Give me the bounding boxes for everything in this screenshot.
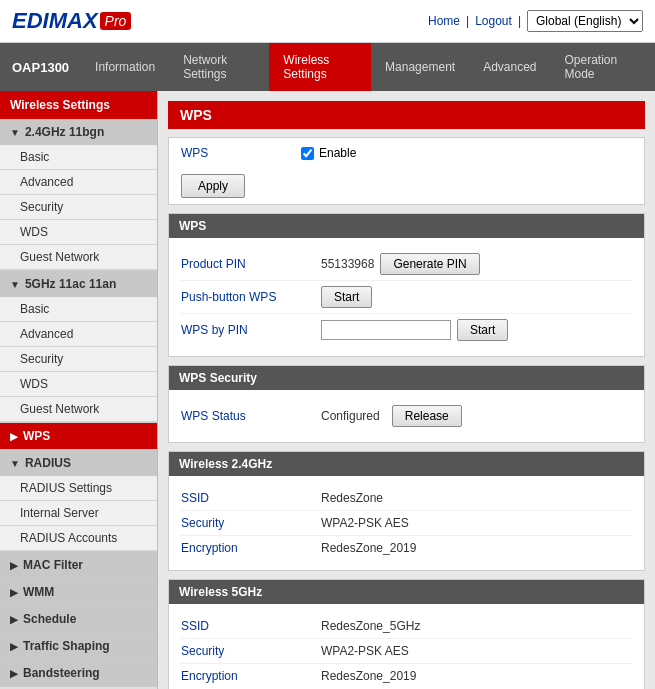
- push-button-wps-start-button[interactable]: Start: [321, 286, 372, 308]
- nav-operation-mode[interactable]: Operation Mode: [551, 43, 647, 91]
- home-link[interactable]: Home: [428, 14, 460, 28]
- sidebar-group-bandsteering: ▶Bandsteering: [0, 660, 157, 687]
- sidebar-group-wmm: ▶WMM: [0, 579, 157, 606]
- header-right: Home | Logout | Global (English): [428, 10, 643, 32]
- page-title: WPS: [168, 101, 645, 129]
- product-pin-row: Product PIN 55133968 Generate PIN: [181, 248, 632, 281]
- apply-button[interactable]: Apply: [181, 174, 245, 198]
- sidebar-item-traffic-shaping[interactable]: ▶Traffic Shaping: [0, 633, 157, 659]
- wireless-5-ssid-value: RedesZone_5GHz: [321, 619, 632, 633]
- sidebar-group-5ghz: ▼5GHz 11ac 11an Basic Advanced Security …: [0, 271, 157, 423]
- wps-pin-section-header: WPS: [169, 214, 644, 238]
- sidebar-group-radius: ▼RADIUS RADIUS Settings Internal Server …: [0, 450, 157, 552]
- logo: EDIMAXPro: [12, 8, 131, 34]
- wireless-5-ssid-label: SSID: [181, 619, 321, 633]
- wireless-5-ssid-row: SSID RedesZone_5GHz: [181, 614, 632, 639]
- wireless-24-security-value: WPA2-PSK AES: [321, 516, 632, 530]
- logout-link[interactable]: Logout: [475, 14, 512, 28]
- sidebar-title: Wireless Settings: [0, 91, 157, 119]
- wireless-5-security-value: WPA2-PSK AES: [321, 644, 632, 658]
- language-select[interactable]: Global (English): [527, 10, 643, 32]
- wireless-24-ssid-row: SSID RedesZone: [181, 486, 632, 511]
- sidebar-item-5-wds[interactable]: WDS: [0, 372, 157, 397]
- generate-pin-button[interactable]: Generate PIN: [380, 253, 479, 275]
- wireless-24-encryption-label: Encryption: [181, 541, 321, 555]
- wireless-5-encryption-label: Encryption: [181, 669, 321, 683]
- wps-enable-label: WPS: [181, 146, 301, 160]
- sidebar: Wireless Settings ▼2.4GHz 11bgn Basic Ad…: [0, 91, 158, 689]
- sidebar-item-5-security[interactable]: Security: [0, 347, 157, 372]
- wireless-24-security-row: Security WPA2-PSK AES: [181, 511, 632, 536]
- wps-status-label: WPS Status: [181, 409, 321, 423]
- wps-status-control: Configured Release: [321, 405, 462, 427]
- sidebar-group-header-radius[interactable]: ▼RADIUS: [0, 450, 157, 476]
- sidebar-group-24ghz: ▼2.4GHz 11bgn Basic Advanced Security WD…: [0, 119, 157, 271]
- wps-enable-row: WPS Enable: [169, 138, 644, 168]
- wps-enable-section: WPS Enable Apply: [168, 137, 645, 205]
- release-button[interactable]: Release: [392, 405, 462, 427]
- wps-security-section: WPS Security WPS Status Configured Relea…: [168, 365, 645, 443]
- sidebar-item-24-guest-network[interactable]: Guest Network: [0, 245, 157, 270]
- wireless-24-section: Wireless 2.4GHz SSID RedesZone Security …: [168, 451, 645, 571]
- sidebar-item-24-security[interactable]: Security: [0, 195, 157, 220]
- wireless-5-section: Wireless 5GHz SSID RedesZone_5GHz Securi…: [168, 579, 645, 689]
- wps-enable-checkbox-label: Enable: [319, 146, 356, 160]
- wireless-24-ssid-value: RedesZone: [321, 491, 632, 505]
- nav-information[interactable]: Information: [81, 50, 169, 84]
- sidebar-item-schedule[interactable]: ▶Schedule: [0, 606, 157, 632]
- wps-by-pin-input[interactable]: [321, 320, 451, 340]
- sidebar-group-traffic: ▶Traffic Shaping: [0, 633, 157, 660]
- wps-by-pin-row: WPS by PIN Start: [181, 314, 632, 346]
- wireless-24-encryption-row: Encryption RedesZone_2019: [181, 536, 632, 560]
- wps-security-section-header: WPS Security: [169, 366, 644, 390]
- sidebar-group-schedule: ▶Schedule: [0, 606, 157, 633]
- wireless-5-encryption-row: Encryption RedesZone_2019: [181, 664, 632, 688]
- wireless-24-encryption-value: RedesZone_2019: [321, 541, 632, 555]
- header: EDIMAXPro Home | Logout | Global (Englis…: [0, 0, 655, 43]
- nav-management[interactable]: Management: [371, 50, 469, 84]
- wps-enable-checkbox[interactable]: [301, 147, 314, 160]
- wireless-5-security-label: Security: [181, 644, 321, 658]
- sidebar-item-bandsteering[interactable]: ▶Bandsteering: [0, 660, 157, 686]
- sidebar-item-internal-server[interactable]: Internal Server: [0, 501, 157, 526]
- main-layout: Wireless Settings ▼2.4GHz 11bgn Basic Ad…: [0, 91, 655, 689]
- wps-by-pin-start-button[interactable]: Start: [457, 319, 508, 341]
- wps-status-row: WPS Status Configured Release: [181, 400, 632, 432]
- sidebar-item-radius-settings[interactable]: RADIUS Settings: [0, 476, 157, 501]
- nav-wireless-settings[interactable]: Wireless Settings: [269, 43, 371, 91]
- wps-by-pin-control: Start: [321, 319, 508, 341]
- wireless-24-security-label: Security: [181, 516, 321, 530]
- sidebar-group-wps: ▶WPS: [0, 423, 157, 450]
- push-button-wps-row: Push-button WPS Start: [181, 281, 632, 314]
- nav-network-settings[interactable]: Network Settings: [169, 43, 269, 91]
- sidebar-item-wps[interactable]: ▶WPS: [0, 423, 157, 449]
- wireless-24-section-header: Wireless 2.4GHz: [169, 452, 644, 476]
- sidebar-item-radius-accounts[interactable]: RADIUS Accounts: [0, 526, 157, 551]
- sidebar-item-24-basic[interactable]: Basic: [0, 145, 157, 170]
- sidebar-group-header-24ghz[interactable]: ▼2.4GHz 11bgn: [0, 119, 157, 145]
- product-pin-label: Product PIN: [181, 257, 321, 271]
- product-pin-value: 55133968: [321, 257, 374, 271]
- push-button-wps-control: Start: [321, 286, 372, 308]
- sidebar-item-5-advanced[interactable]: Advanced: [0, 322, 157, 347]
- sidebar-group-header-5ghz[interactable]: ▼5GHz 11ac 11an: [0, 271, 157, 297]
- wps-enable-control: Enable: [301, 146, 356, 160]
- wireless-24-ssid-label: SSID: [181, 491, 321, 505]
- sidebar-item-24-wds[interactable]: WDS: [0, 220, 157, 245]
- wps-pin-section-body: Product PIN 55133968 Generate PIN Push-b…: [169, 238, 644, 356]
- wps-status-value: Configured: [321, 409, 380, 423]
- sidebar-item-wmm[interactable]: ▶WMM: [0, 579, 157, 605]
- wireless-24-section-body: SSID RedesZone Security WPA2-PSK AES Enc…: [169, 476, 644, 570]
- sidebar-item-mac-filter[interactable]: ▶MAC Filter: [0, 552, 157, 578]
- sidebar-item-24-advanced[interactable]: Advanced: [0, 170, 157, 195]
- wireless-5-section-header: Wireless 5GHz: [169, 580, 644, 604]
- logo-pro: Pro: [100, 12, 132, 30]
- nav-advanced[interactable]: Advanced: [469, 50, 550, 84]
- wps-pin-section: WPS Product PIN 55133968 Generate PIN Pu…: [168, 213, 645, 357]
- sidebar-item-5-basic[interactable]: Basic: [0, 297, 157, 322]
- product-pin-control: 55133968 Generate PIN: [321, 253, 480, 275]
- navbar-brand: OAP1300: [8, 52, 81, 83]
- sidebar-item-5-guest-network[interactable]: Guest Network: [0, 397, 157, 422]
- wps-security-section-body: WPS Status Configured Release: [169, 390, 644, 442]
- wireless-5-section-body: SSID RedesZone_5GHz Security WPA2-PSK AE…: [169, 604, 644, 689]
